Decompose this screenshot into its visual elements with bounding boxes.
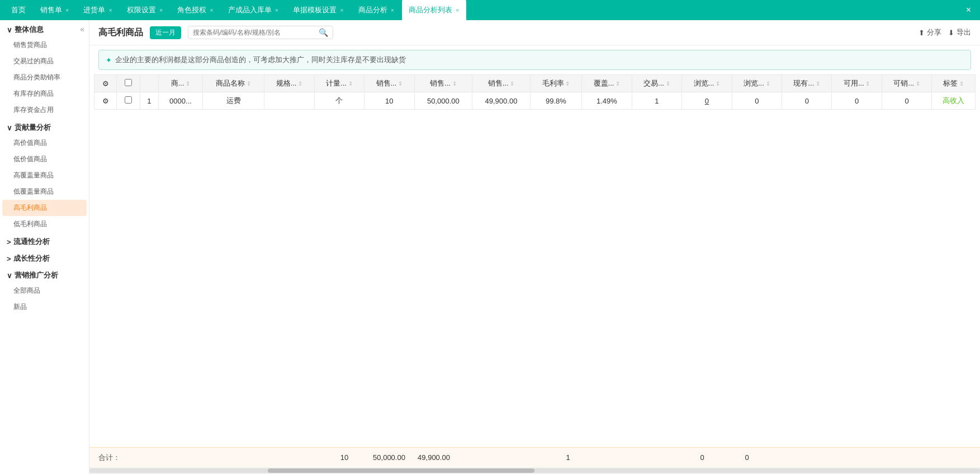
nav-close-icon-8[interactable]: × — [456, 7, 459, 13]
sidebar-item-1-4[interactable]: 高毛利商品 — [2, 200, 87, 216]
cell-settings-0: ⚙ — [94, 92, 117, 110]
sort-icon[interactable]: ⇕ — [347, 81, 353, 87]
sidebar-group-3[interactable]: >成长性分析 — [0, 249, 89, 266]
cell-gross_margin-0: 99.8% — [530, 92, 581, 110]
sort-icon[interactable]: ⇕ — [396, 81, 403, 87]
footer-sales-amount: 50,000.00 — [367, 453, 411, 462]
cell-current_stock-0: 0 — [782, 92, 832, 110]
cell-sales_profit-0: 49,900.00 — [472, 92, 531, 110]
cell-sales_amount-0: 50,000.00 — [414, 92, 472, 110]
nav-close-icon-7[interactable]: × — [391, 7, 394, 13]
sort-icon[interactable]: ⇕ — [914, 81, 920, 87]
sidebar-group-0[interactable]: ∨整体信息 — [0, 20, 89, 37]
sidebar-item-1-0[interactable]: 高价值商品 — [0, 135, 89, 151]
group-label: 成长性分析 — [13, 254, 50, 264]
th-label: 商品名称 — [216, 79, 245, 87]
sidebar-item-0-2[interactable]: 商品分类助销率 — [0, 69, 89, 86]
sort-icon[interactable]: ⇕ — [714, 81, 720, 87]
time-filter-btn[interactable]: 近一月 — [150, 26, 181, 39]
scroll-bar-track[interactable] — [89, 468, 980, 473]
sidebar-collapse-btn[interactable]: « — [80, 25, 84, 34]
footer-bar: 合计： 10 50,000.00 49,900.00 1 0 0 — [89, 447, 980, 467]
sort-icon[interactable]: ⇕ — [864, 81, 870, 87]
header-actions: ⬆ 分享 ⬇ 导出 — [919, 27, 971, 37]
footer-trade: 1 — [546, 453, 590, 462]
scroll-bar-thumb[interactable] — [268, 468, 535, 473]
th-label: 销售... — [488, 79, 509, 87]
nav-item-7[interactable]: 商品分析× — [352, 0, 401, 20]
arrow-icon: ∨ — [7, 26, 12, 34]
nav-close-icon-4[interactable]: × — [210, 7, 213, 13]
nav-item-5[interactable]: 产成品入库单× — [221, 0, 285, 20]
sidebar-item-0-1[interactable]: 交易过的商品 — [0, 53, 89, 69]
sidebar-item-4-1[interactable]: 新品 — [0, 299, 89, 315]
sort-icon[interactable]: ⇕ — [296, 81, 302, 87]
page-title: 高毛利商品 — [98, 27, 143, 39]
sidebar-group-4[interactable]: ∨营销推广分析 — [0, 266, 89, 283]
sort-icon[interactable]: ⇕ — [664, 81, 670, 87]
nav-item-1[interactable]: 销售单× — [34, 0, 75, 20]
sidebar-item-1-3[interactable]: 低覆盖量商品 — [0, 184, 89, 200]
sort-icon[interactable]: ⇕ — [764, 81, 770, 87]
scroll-bar-wrapper[interactable] — [89, 467, 980, 474]
select-all-checkbox[interactable] — [125, 79, 132, 86]
table-row-0[interactable]: ⚙10000...运费个1050,000.0049,900.0099.8%1.4… — [94, 92, 976, 110]
sidebar-group-1[interactable]: ∨贡献量分析 — [0, 118, 89, 135]
sort-icon[interactable]: ⇕ — [564, 81, 570, 87]
footer-sales-qty: 10 — [322, 453, 367, 462]
export-btn[interactable]: ⬇ 导出 — [948, 27, 971, 37]
top-nav: 首页销售单×进货单×权限设置×角色授权×产成品入库单×单据模板设置×商品分析×商… — [0, 0, 980, 20]
table-head: ⚙商... ⇕商品名称 ⇕规格... ⇕计量... ⇕销售... ⇕销售... … — [94, 75, 976, 92]
sidebar-item-0-3[interactable]: 有库存的商品 — [0, 86, 89, 102]
sidebar-item-4-0[interactable]: 全部商品 — [0, 283, 89, 299]
sort-icon[interactable]: ⇕ — [509, 81, 515, 87]
nav-item-6[interactable]: 单据模板设置× — [286, 0, 350, 20]
window-close-btn[interactable]: × — [962, 3, 976, 17]
sort-icon[interactable]: ⇕ — [958, 81, 964, 87]
sort-icon[interactable]: ⇕ — [451, 81, 457, 87]
nav-item-3[interactable]: 权限设置× — [120, 0, 169, 20]
sort-icon[interactable]: ⇕ — [245, 81, 251, 87]
row-settings-icon[interactable]: ⚙ — [102, 97, 109, 105]
group-label: 流通性分析 — [13, 237, 50, 247]
sidebar-item-1-1[interactable]: 低价值商品 — [0, 151, 89, 167]
share-icon: ⬆ — [919, 29, 925, 37]
th-settings[interactable]: ⚙ — [94, 75, 117, 92]
sort-icon[interactable]: ⇕ — [184, 81, 191, 87]
nav-close-icon-5[interactable]: × — [275, 7, 278, 13]
nav-close-icon-6[interactable]: × — [340, 7, 343, 13]
cell-sellable_stock-0: 0 — [882, 92, 931, 110]
row-checkbox[interactable] — [125, 96, 132, 104]
nav-item-8[interactable]: 商品分析列表× — [402, 0, 466, 20]
th-name: 商品名称 ⇕ — [202, 75, 264, 92]
nav-item-0[interactable]: 首页 — [4, 0, 32, 20]
sidebar-item-1-2[interactable]: 高覆盖量商品 — [0, 167, 89, 184]
nav-close-icon-3[interactable]: × — [159, 7, 163, 13]
cell-sales_qty-0: 10 — [364, 92, 414, 110]
nav-item-4[interactable]: 角色授权× — [171, 0, 220, 20]
sidebar-group-2[interactable]: >流通性分析 — [0, 232, 89, 249]
nav-close-icon-1[interactable]: × — [65, 7, 69, 13]
search-input[interactable] — [193, 29, 315, 36]
content-area: 高毛利商品 近一月 🔍 ⬆ 分享 ⬇ 导出 ✦ 企业的主要的利润都是这部分商品创… — [89, 20, 980, 474]
sidebar-item-0-0[interactable]: 销售货商品 — [0, 37, 89, 53]
info-icon: ✦ — [106, 56, 112, 64]
th-unit: 计量... ⇕ — [314, 75, 364, 92]
search-icon[interactable]: 🔍 — [319, 28, 328, 37]
view-link[interactable]: 0 — [705, 97, 709, 105]
sidebar-item-1-5[interactable]: 低毛利商品 — [0, 216, 89, 232]
th-gross_margin: 毛利率 ⇕ — [530, 75, 581, 92]
table-container[interactable]: ⚙商... ⇕商品名称 ⇕规格... ⇕计量... ⇕销售... ⇕销售... … — [89, 74, 980, 447]
sort-icon[interactable]: ⇕ — [814, 81, 820, 87]
th-trade: 交易... ⇕ — [632, 75, 681, 92]
share-btn[interactable]: ⬆ 分享 — [919, 27, 941, 37]
sort-icon[interactable]: ⇕ — [614, 81, 620, 87]
nav-item-2[interactable]: 进货单× — [77, 0, 119, 20]
th-available_stock: 可用... ⇕ — [832, 75, 882, 92]
nav-close-icon-2[interactable]: × — [108, 7, 112, 13]
header-row: ⚙商... ⇕商品名称 ⇕规格... ⇕计量... ⇕销售... ⇕销售... … — [94, 75, 976, 92]
sidebar-item-0-4[interactable]: 库存资金占用 — [0, 102, 89, 118]
arrow-icon: ∨ — [7, 124, 12, 132]
sidebar: « ∨整体信息销售货商品交易过的商品商品分类助销率有库存的商品库存资金占用∨贡献… — [0, 20, 89, 474]
footer-total-label: 合计： — [98, 453, 143, 463]
